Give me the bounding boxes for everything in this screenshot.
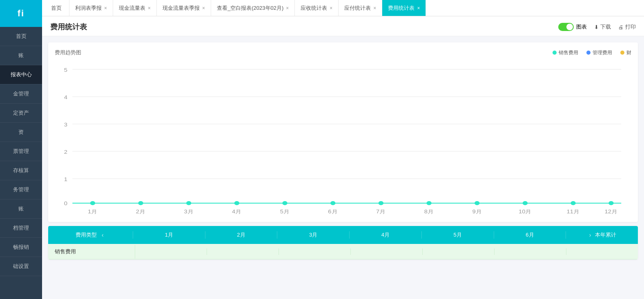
sidebar-item-investment[interactable]: 资 xyxy=(0,123,42,142)
tab-home[interactable]: 首页 xyxy=(44,0,69,16)
table-header-m3: 3月 xyxy=(277,231,350,239)
legend-dot-sales xyxy=(553,51,557,55)
close-tab-cash-flow-quarterly[interactable]: × xyxy=(202,5,205,11)
tab-receivable-stats[interactable]: 应收统计表 × xyxy=(295,0,339,16)
svg-text:4月: 4月 xyxy=(232,209,242,214)
chart-title: 费用趋势图 xyxy=(55,49,81,56)
table-cell-m2 xyxy=(207,248,279,255)
svg-text:3: 3 xyxy=(64,122,67,127)
close-tab-cash-flow[interactable]: × xyxy=(148,5,151,11)
tab-payable-stats[interactable]: 应付统计表 × xyxy=(339,0,382,16)
close-tab-expense-stats[interactable]: × xyxy=(417,5,420,11)
svg-point-13 xyxy=(138,201,143,205)
svg-text:9月: 9月 xyxy=(472,209,482,214)
chart-card: 费用趋势图 销售费用 管理费用 财 xyxy=(48,42,638,222)
chart-toggle-label: 图表 xyxy=(576,23,587,31)
legend-finance: 财 xyxy=(620,49,631,56)
svg-text:11月: 11月 xyxy=(567,209,580,214)
sidebar-item-fixed-assets[interactable]: 定资产 xyxy=(0,104,42,123)
table-header-row: 费用类型 ‹ 1月 2月 3月 4月 5月 xyxy=(48,226,638,244)
svg-point-22 xyxy=(570,201,575,205)
svg-text:7月: 7月 xyxy=(376,209,386,214)
sidebar-item-expense[interactable]: 畅报销 xyxy=(0,238,42,257)
svg-text:4: 4 xyxy=(64,95,68,100)
svg-text:6月: 6月 xyxy=(328,209,338,214)
legend-sales: 销售费用 xyxy=(553,49,578,56)
print-button[interactable]: 🖨 打印 xyxy=(618,23,636,31)
svg-point-21 xyxy=(523,201,528,205)
legend-dot-finance xyxy=(620,51,624,55)
sidebar-item-fund-mgmt[interactable]: 金管理 xyxy=(0,84,42,104)
table-cell-m5 xyxy=(423,248,495,255)
legend-label-management: 管理费用 xyxy=(593,49,612,56)
chart-svg-container: 5 4 3 2 1 0 xyxy=(55,60,631,215)
chart-toggle-group: 图表 xyxy=(558,23,587,31)
svg-point-19 xyxy=(426,201,431,205)
table-cell-ytd xyxy=(566,248,638,255)
main-area: 首页 利润表季报 × 现金流量表 × 现金流量表季报 × 查看_空白报表(202… xyxy=(42,0,644,299)
sidebar-item-report-center[interactable]: 报表中心 xyxy=(0,65,42,84)
table-cell-m6 xyxy=(495,248,566,255)
sidebar-item-inventory[interactable]: 存核算 xyxy=(0,161,42,180)
print-icon: 🖨 xyxy=(618,24,624,30)
table-cell-type: 销售费用 xyxy=(48,245,135,259)
svg-text:12月: 12月 xyxy=(604,209,617,214)
tab-expense-stats[interactable]: 费用统计表 × xyxy=(382,0,426,16)
close-tab-blank-report[interactable]: × xyxy=(286,5,289,11)
prev-month-arrow[interactable]: ‹ xyxy=(100,232,105,238)
close-tab-payable-stats[interactable]: × xyxy=(373,5,376,11)
legend-dot-management xyxy=(586,51,591,55)
chart-legend: 销售费用 管理费用 财 xyxy=(553,49,631,56)
sidebar: fi 首页 账 报表中心 金管理 定资产 资 票管理 存核算 务管理 账 档管理… xyxy=(0,0,42,299)
sidebar-item-home[interactable]: 首页 xyxy=(0,27,42,46)
content-area: 费用统计表 图表 ⬇ 下载 🖨 打印 费用趋势图 xyxy=(42,16,644,299)
close-tab-profit-quarterly[interactable]: × xyxy=(104,5,107,11)
chart-toggle[interactable] xyxy=(558,23,574,31)
svg-point-12 xyxy=(90,201,95,205)
table-cell-m3 xyxy=(279,248,351,255)
tab-profit-quarterly[interactable]: 利润表季报 × xyxy=(69,0,113,16)
legend-management: 管理费用 xyxy=(586,49,612,56)
close-tab-receivable-stats[interactable]: × xyxy=(330,5,332,11)
table-cell-m1 xyxy=(135,248,207,255)
page-title: 费用统计表 xyxy=(50,22,87,32)
sidebar-item-base-settings[interactable]: 础设置 xyxy=(0,257,42,276)
data-table-card: 费用类型 ‹ 1月 2月 3月 4月 5月 xyxy=(48,226,638,259)
svg-point-16 xyxy=(282,201,287,205)
tab-blank-report[interactable]: 查看_空白报表(2023年02月) × xyxy=(211,0,295,16)
svg-text:0: 0 xyxy=(64,201,67,206)
svg-text:5: 5 xyxy=(64,67,67,73)
svg-point-20 xyxy=(475,201,479,205)
tab-cash-flow-quarterly[interactable]: 现金流量表季报 × xyxy=(157,0,211,16)
table-header-m1: 1月 xyxy=(133,231,205,239)
table-cell-m4 xyxy=(351,248,423,255)
table-header-type: 费用类型 ‹ xyxy=(48,231,133,239)
sidebar-item-service-mgmt[interactable]: 务管理 xyxy=(0,180,42,199)
table-header-m4: 4月 xyxy=(350,231,422,239)
sidebar-item-ticket-mgmt[interactable]: 票管理 xyxy=(0,142,42,161)
chart-svg: 5 4 3 2 1 0 xyxy=(55,60,631,215)
download-icon: ⬇ xyxy=(594,24,599,30)
table-header-m2: 2月 xyxy=(205,231,278,239)
download-button[interactable]: ⬇ 下载 xyxy=(594,23,611,31)
table-header-m6: 6月 xyxy=(494,231,566,239)
svg-point-15 xyxy=(234,201,239,205)
svg-point-18 xyxy=(379,201,383,205)
legend-label-sales: 销售费用 xyxy=(559,49,578,56)
svg-text:1: 1 xyxy=(64,177,67,182)
svg-text:8月: 8月 xyxy=(424,209,434,214)
page-header: 费用统计表 图表 ⬇ 下载 🖨 打印 xyxy=(42,16,644,36)
sidebar-item-account[interactable]: 账 xyxy=(0,46,42,65)
svg-text:2月: 2月 xyxy=(136,209,146,214)
next-month-arrow[interactable]: › xyxy=(588,232,593,238)
sidebar-item-file-mgmt[interactable]: 档管理 xyxy=(0,219,42,238)
svg-text:5月: 5月 xyxy=(280,209,290,214)
svg-point-23 xyxy=(608,201,613,205)
tab-cash-flow[interactable]: 现金流量表 × xyxy=(113,0,157,16)
sidebar-logo: fi xyxy=(0,0,42,27)
table-row: 销售费用 xyxy=(48,244,638,259)
sidebar-item-ledger[interactable]: 账 xyxy=(0,199,42,219)
svg-text:1月: 1月 xyxy=(88,209,98,214)
table-header-m5: 5月 xyxy=(422,231,494,239)
tab-bar: 首页 利润表季报 × 现金流量表 × 现金流量表季报 × 查看_空白报表(202… xyxy=(42,0,644,16)
